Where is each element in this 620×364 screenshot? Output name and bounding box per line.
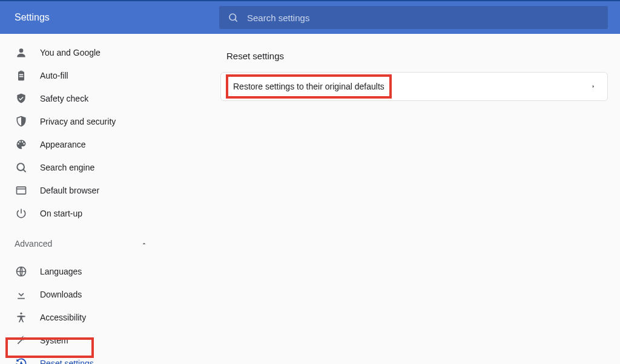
download-icon bbox=[15, 288, 28, 301]
shield-check-icon bbox=[15, 92, 28, 105]
section-title: Reset settings bbox=[226, 51, 608, 61]
sidebar-item-label: Privacy and security bbox=[40, 117, 116, 126]
sidebar-item-label: Downloads bbox=[40, 290, 82, 299]
restore-defaults-row[interactable]: Restore settings to their original defau… bbox=[221, 73, 607, 100]
sidebar-item-you-and-google[interactable]: You and Google bbox=[0, 41, 170, 64]
sidebar-item-label: You and Google bbox=[40, 48, 101, 57]
caret-up-icon bbox=[140, 240, 148, 247]
main-content: Reset settings Restore settings to their… bbox=[170, 34, 620, 364]
sidebar-item-appearance[interactable]: Appearance bbox=[0, 133, 170, 156]
sidebar-item-downloads[interactable]: Downloads bbox=[0, 283, 170, 306]
svg-line-1 bbox=[235, 19, 237, 22]
sidebar: You and Google Auto-fill Safety check Pr… bbox=[0, 34, 170, 364]
chevron-right-icon bbox=[590, 83, 596, 89]
page-title: Settings bbox=[15, 12, 219, 23]
person-icon bbox=[15, 46, 28, 59]
globe-icon bbox=[15, 265, 28, 278]
sidebar-item-label: Reset settings bbox=[40, 359, 94, 364]
sidebar-item-label: Appearance bbox=[40, 140, 86, 149]
sidebar-item-reset-settings[interactable]: Reset settings bbox=[0, 352, 170, 364]
search-input[interactable] bbox=[247, 13, 599, 23]
advanced-label: Advanced bbox=[15, 239, 140, 249]
svg-point-2 bbox=[19, 48, 24, 53]
sidebar-item-safety-check[interactable]: Safety check bbox=[0, 87, 170, 110]
sidebar-item-system[interactable]: System bbox=[0, 329, 170, 352]
sidebar-item-autofill[interactable]: Auto-fill bbox=[0, 64, 170, 87]
sidebar-item-label: Default browser bbox=[40, 186, 99, 195]
sidebar-item-label: Safety check bbox=[40, 94, 88, 103]
row-label: Restore settings to their original defau… bbox=[232, 80, 590, 93]
sidebar-item-privacy[interactable]: Privacy and security bbox=[0, 110, 170, 133]
svg-line-4 bbox=[23, 169, 25, 172]
sidebar-item-on-startup[interactable]: On start-up bbox=[0, 202, 170, 225]
power-icon bbox=[15, 207, 28, 220]
highlight-box: Restore settings to their original defau… bbox=[232, 80, 386, 93]
sidebar-item-label: Languages bbox=[40, 267, 82, 276]
sidebar-item-label: On start-up bbox=[40, 209, 82, 218]
sidebar-item-label: System bbox=[40, 336, 68, 345]
svg-rect-5 bbox=[17, 187, 26, 194]
sidebar-item-search-engine[interactable]: Search engine bbox=[0, 156, 170, 179]
browser-icon bbox=[15, 184, 28, 197]
clipboard-icon bbox=[15, 69, 28, 82]
sidebar-item-default-browser[interactable]: Default browser bbox=[0, 179, 170, 202]
wrench-icon bbox=[15, 334, 28, 347]
search-icon bbox=[15, 161, 28, 174]
svg-point-3 bbox=[17, 163, 24, 171]
restore-icon bbox=[15, 357, 28, 364]
sidebar-advanced-toggle[interactable]: Advanced bbox=[0, 230, 170, 258]
settings-card: Restore settings to their original defau… bbox=[220, 72, 608, 101]
sidebar-item-languages[interactable]: Languages bbox=[0, 260, 170, 283]
sidebar-item-label: Accessibility bbox=[40, 313, 86, 322]
sidebar-item-label: Auto-fill bbox=[40, 71, 68, 80]
sidebar-item-accessibility[interactable]: Accessibility bbox=[0, 306, 170, 329]
search-box[interactable] bbox=[219, 6, 608, 29]
topbar: Settings bbox=[0, 0, 620, 34]
shield-icon bbox=[15, 115, 28, 128]
search-icon bbox=[228, 12, 239, 23]
palette-icon bbox=[15, 138, 28, 151]
accessibility-icon bbox=[15, 311, 28, 324]
svg-point-0 bbox=[229, 14, 236, 21]
sidebar-item-label: Search engine bbox=[40, 163, 94, 172]
svg-point-8 bbox=[20, 313, 22, 314]
